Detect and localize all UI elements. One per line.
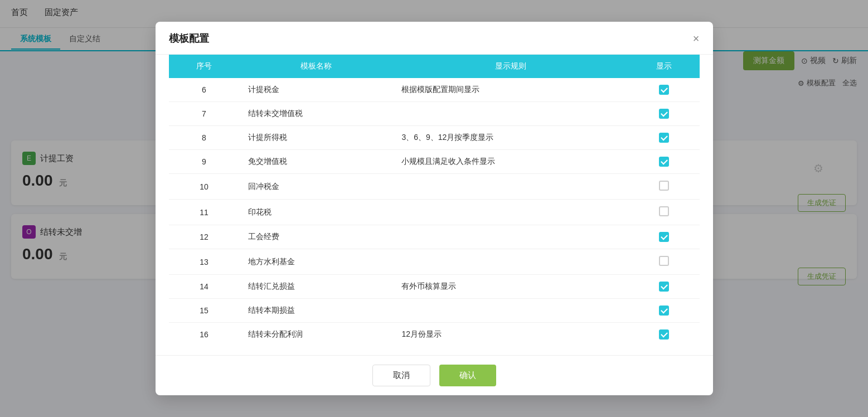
cell-checkbox [629,174,700,200]
cell-rule: 小规模且满足收入条件显示 [392,150,628,174]
cell-rule [392,249,628,275]
checkbox-checked[interactable] [659,157,669,167]
cell-seq: 15 [169,299,240,323]
cell-checkbox [629,275,700,299]
confirm-button[interactable]: 确认 [439,365,496,386]
table-row: 7结转未交增值税 [169,102,700,126]
cell-seq: 13 [169,249,240,275]
modal-footer: 取消 确认 [156,355,713,395]
cell-name: 计提税金 [239,78,392,102]
col-seq: 序号 [169,55,240,78]
checkbox-checked[interactable] [659,232,669,242]
checkbox-unchecked[interactable] [659,256,669,266]
col-name: 模板名称 [239,55,392,78]
modal-header: 模板配置 × [156,22,713,55]
table-row: 8计提所得税3、6、9、12月按季度显示 [169,126,700,150]
table-row: 6计提税金根据模版配置期间显示 [169,78,700,102]
cell-seq: 10 [169,174,240,200]
cell-rule: 根据模版配置期间显示 [392,78,628,102]
cell-rule: 3、6、9、12月按季度显示 [392,126,628,150]
checkbox-checked[interactable] [659,109,669,119]
modal-template-config: 模板配置 × 序号 模板名称 显示规则 显示 6计提税金根据模版配置期间显示7结… [156,22,713,395]
table-row: 12工会经费 [169,225,700,249]
cell-name: 地方水利基金 [239,249,392,275]
modal-overlay: 模板配置 × 序号 模板名称 显示规则 显示 6计提税金根据模版配置期间显示7结… [0,0,868,417]
table-row: 14结转汇兑损益有外币核算显示 [169,275,700,299]
cell-seq: 6 [169,78,240,102]
cell-checkbox [629,78,700,102]
cancel-button[interactable]: 取消 [372,365,430,386]
cell-seq: 7 [169,102,240,126]
checkbox-checked[interactable] [659,306,669,316]
col-display: 显示 [629,55,700,78]
cell-rule [392,225,628,249]
cell-seq: 12 [169,225,240,249]
cell-name: 免交增值税 [239,150,392,174]
cell-name: 回冲税金 [239,174,392,200]
checkbox-checked[interactable] [659,282,669,292]
cell-name: 结转未交增值税 [239,102,392,126]
table-row: 13地方水利基金 [169,249,700,275]
table-row: 11印花税 [169,200,700,225]
modal-body[interactable]: 序号 模板名称 显示规则 显示 6计提税金根据模版配置期间显示7结转未交增值税8… [156,55,713,355]
checkbox-unchecked[interactable] [659,206,669,216]
cell-seq: 9 [169,150,240,174]
cell-checkbox [629,102,700,126]
table-row: 15结转本期损益 [169,299,700,323]
checkbox-checked[interactable] [659,85,669,95]
cell-seq: 16 [169,323,240,347]
cell-seq: 8 [169,126,240,150]
cell-checkbox [629,323,700,347]
cell-name: 结转未分配利润 [239,323,392,347]
table-header: 序号 模板名称 显示规则 显示 [169,55,700,78]
checkbox-unchecked[interactable] [659,181,669,191]
table-row: 16结转未分配利润12月份显示 [169,323,700,347]
cell-checkbox [629,299,700,323]
config-table: 序号 模板名称 显示规则 显示 6计提税金根据模版配置期间显示7结转未交增值税8… [169,55,700,346]
checkbox-checked[interactable] [659,329,669,340]
cell-seq: 11 [169,200,240,225]
cell-name: 结转本期损益 [239,299,392,323]
modal-close-button[interactable]: × [693,33,700,44]
cell-checkbox [629,249,700,275]
cell-name: 计提所得税 [239,126,392,150]
cell-checkbox [629,200,700,225]
cell-checkbox [629,150,700,174]
modal-title: 模板配置 [169,32,209,45]
cell-seq: 14 [169,275,240,299]
cell-rule [392,299,628,323]
cell-rule [392,174,628,200]
cell-name: 结转汇兑损益 [239,275,392,299]
cell-checkbox [629,225,700,249]
cell-rule: 有外币核算显示 [392,275,628,299]
cell-name: 印花税 [239,200,392,225]
cell-rule [392,200,628,225]
table-row: 10回冲税金 [169,174,700,200]
cell-rule: 12月份显示 [392,323,628,347]
cell-rule [392,102,628,126]
cell-checkbox [629,126,700,150]
col-rule: 显示规则 [392,55,628,78]
cell-name: 工会经费 [239,225,392,249]
table-row: 9免交增值税小规模且满足收入条件显示 [169,150,700,174]
checkbox-checked[interactable] [659,133,669,143]
table-body: 6计提税金根据模版配置期间显示7结转未交增值税8计提所得税3、6、9、12月按季… [169,78,700,346]
